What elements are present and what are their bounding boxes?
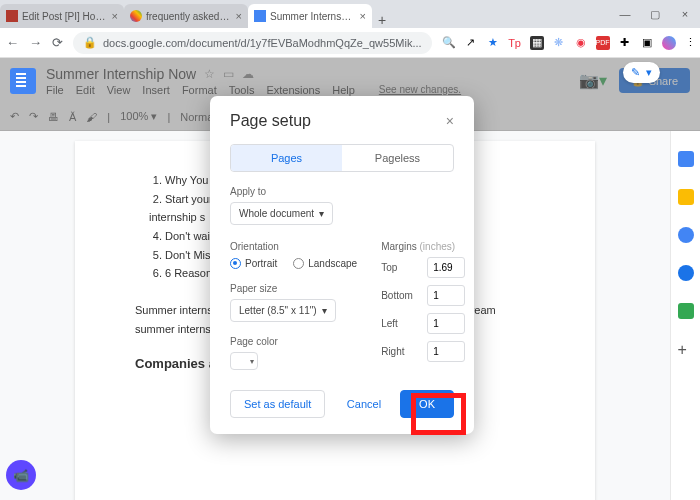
new-tab-button[interactable]: +: [372, 12, 392, 28]
tab-strip: Edit Post [PI] How to Change× frequently…: [0, 0, 392, 28]
set-default-button[interactable]: Set as default: [230, 390, 325, 418]
side-panel: +: [670, 131, 700, 500]
ext-icon[interactable]: 🔍: [442, 36, 456, 50]
camera-icon: 📹: [13, 468, 29, 483]
radio-landscape[interactable]: Landscape: [293, 258, 357, 269]
tab-pageless[interactable]: Pageless: [342, 145, 453, 171]
meet-fab[interactable]: 📹: [6, 460, 36, 490]
radio-portrait[interactable]: Portrait: [230, 258, 277, 269]
cancel-button[interactable]: Cancel: [334, 391, 394, 417]
tab-pages[interactable]: Pages: [231, 145, 342, 171]
reload-button[interactable]: ⟳: [52, 35, 63, 50]
lock-icon: 🔒: [83, 36, 97, 49]
paper-size-label: Paper size: [230, 283, 357, 294]
apply-to-label: Apply to: [230, 186, 454, 197]
url-field[interactable]: 🔒 docs.google.com/document/d/1y7fEVBaMod…: [73, 32, 432, 54]
dialog-title: Page setup: [230, 112, 311, 130]
favicon-m: [6, 10, 18, 22]
ext-icon[interactable]: ◉: [574, 36, 588, 50]
margin-bottom-input[interactable]: [427, 285, 465, 306]
editing-mode-button[interactable]: ✎ ▾: [623, 62, 660, 83]
ext-icon[interactable]: ✚: [618, 36, 632, 50]
tasks-icon[interactable]: [678, 227, 694, 243]
browser-tab-0[interactable]: Edit Post [PI] How to Change×: [0, 4, 124, 28]
ext-icon[interactable]: ▣: [640, 36, 654, 50]
close-icon[interactable]: ×: [360, 10, 366, 22]
page-color-label: Page color: [230, 336, 357, 347]
window-controls: — ▢ ×: [610, 8, 700, 21]
keep-icon[interactable]: [678, 189, 694, 205]
url-text: docs.google.com/document/d/1y7fEVBaModhm…: [103, 37, 422, 49]
margins-label: Margins (inches): [381, 241, 467, 252]
kebab-icon[interactable]: ⋮: [684, 36, 698, 50]
ext-icon[interactable]: ❋: [552, 36, 566, 50]
ok-button[interactable]: OK: [400, 390, 454, 418]
extension-icons: 🔍 ↗ ★ Tp ▦ ❋ ◉ PDF ✚ ▣ ⋮: [442, 36, 698, 50]
chevron-down-icon: ▾: [250, 357, 254, 366]
radio-dot-icon: [293, 258, 304, 269]
contacts-icon[interactable]: [678, 265, 694, 281]
back-button[interactable]: ←: [6, 35, 19, 50]
calendar-icon[interactable]: [678, 151, 694, 167]
margin-top-input[interactable]: [427, 257, 465, 278]
orientation-label: Orientation: [230, 241, 357, 252]
ext-icon[interactable]: PDF: [596, 36, 610, 50]
margin-bottom-label: Bottom: [381, 290, 421, 301]
browser-tab-2[interactable]: Summer Internship Now - Go×: [248, 4, 372, 28]
browser-titlebar: Edit Post [PI] How to Change× frequently…: [0, 0, 700, 28]
minimize-button[interactable]: —: [610, 8, 640, 21]
page-color-select[interactable]: ▾: [230, 352, 258, 370]
apply-to-select[interactable]: Whole document▾: [230, 202, 333, 225]
address-bar: ← → ⟳ 🔒 docs.google.com/document/d/1y7fE…: [0, 28, 700, 58]
forward-button[interactable]: →: [29, 35, 42, 50]
close-icon[interactable]: ×: [112, 10, 118, 22]
margin-right-label: Right: [381, 346, 421, 357]
docs-logo-icon[interactable]: [10, 68, 36, 94]
dialog-tabs: Pages Pageless: [230, 144, 454, 172]
margin-left-input[interactable]: [427, 313, 465, 334]
margin-top-label: Top: [381, 262, 421, 273]
tab-label: Summer Internship Now - Go: [270, 11, 356, 22]
chevron-down-icon: ▾: [319, 208, 324, 219]
chevron-down-icon: ▾: [322, 305, 327, 316]
ext-icon[interactable]: ↗: [464, 36, 478, 50]
add-icon[interactable]: +: [678, 341, 694, 357]
ext-icon[interactable]: ▦: [530, 36, 544, 50]
tab-label: frequently asked questions ab: [146, 11, 232, 22]
margin-right-input[interactable]: [427, 341, 465, 362]
tab-label: Edit Post [PI] How to Change: [22, 11, 108, 22]
page-setup-dialog: Page setup × Pages Pageless Apply to Who…: [210, 96, 474, 434]
maps-icon[interactable]: [678, 303, 694, 319]
favicon-docs: [254, 10, 266, 22]
margin-left-label: Left: [381, 318, 421, 329]
maximize-button[interactable]: ▢: [640, 8, 670, 21]
bookmark-icon[interactable]: ★: [486, 36, 500, 50]
paper-size-select[interactable]: Letter (8.5" x 11")▾: [230, 299, 336, 322]
ext-icon[interactable]: Tp: [508, 36, 522, 50]
browser-tab-1[interactable]: frequently asked questions ab×: [124, 4, 248, 28]
avatar-icon[interactable]: [662, 36, 676, 50]
close-button[interactable]: ×: [670, 8, 700, 21]
favicon-g: [130, 10, 142, 22]
radio-dot-icon: [230, 258, 241, 269]
dialog-close-button[interactable]: ×: [446, 113, 454, 129]
close-icon[interactable]: ×: [236, 10, 242, 22]
